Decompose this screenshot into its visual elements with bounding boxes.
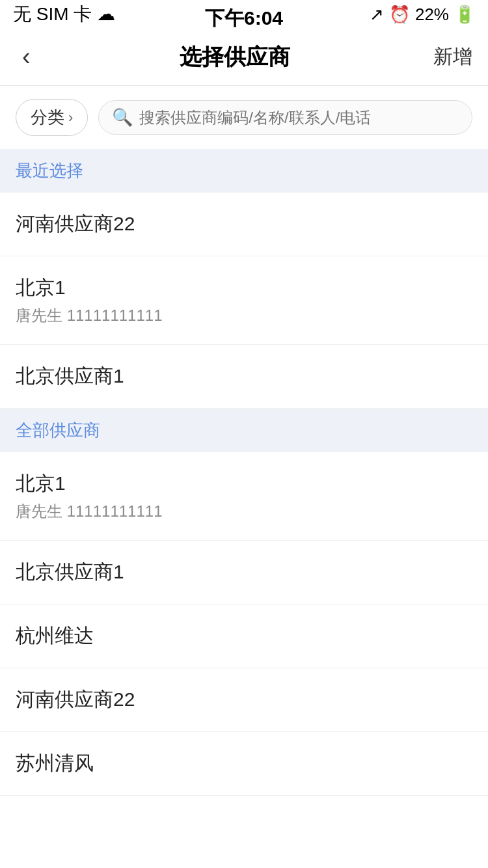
all-section-header: 全部供应商 — [0, 409, 488, 452]
back-button[interactable]: ‹ — [16, 36, 37, 77]
all-list: 北京1 唐先生 11111111111北京供应商1杭州维达河南供应商22苏州清风 — [0, 452, 488, 796]
item-name: 北京供应商1 — [16, 363, 472, 390]
alarm-icon: ⏰ — [389, 5, 410, 25]
location-icon: ↗ — [370, 5, 384, 25]
list-item[interactable]: 北京供应商1 — [0, 541, 488, 604]
status-left: 无 SIM 卡 ☁ — [13, 2, 115, 27]
search-icon: 🔍 — [112, 107, 133, 128]
status-time: 下午6:04 — [205, 5, 283, 32]
search-input[interactable] — [139, 109, 459, 127]
list-item[interactable]: 苏州清风 — [0, 732, 488, 796]
recent-list: 河南供应商22北京1 唐先生 11111111111北京供应商1 — [0, 193, 488, 409]
battery-status: 22% — [415, 5, 449, 25]
filter-bar: 分类 › 🔍 — [0, 86, 488, 149]
item-name: 北京1 — [16, 470, 472, 497]
list-item[interactable]: 河南供应商22 — [0, 193, 488, 256]
search-box[interactable]: 🔍 — [98, 100, 472, 135]
list-item[interactable]: 北京1 唐先生 11111111111 — [0, 452, 488, 541]
nav-bar: ‹ 选择供应商 新增 — [0, 29, 488, 86]
category-filter[interactable]: 分类 › — [16, 99, 88, 136]
sim-status: 无 SIM 卡 ☁ — [13, 2, 115, 27]
recent-section-label: 最近选择 — [16, 161, 83, 180]
list-item[interactable]: 河南供应商22 — [0, 668, 488, 732]
status-right: ↗ ⏰ 22% 🔋 — [370, 5, 475, 25]
item-name: 北京1 — [16, 275, 472, 301]
list-item[interactable]: 北京1 唐先生 11111111111 — [0, 256, 488, 345]
list-item[interactable]: 杭州维达 — [0, 604, 488, 668]
status-bar: 无 SIM 卡 ☁ 下午6:04 ↗ ⏰ 22% 🔋 — [0, 0, 488, 29]
category-label: 分类 — [31, 106, 64, 129]
item-name: 杭州维达 — [16, 623, 472, 649]
page-title: 选择供应商 — [180, 42, 290, 72]
item-name: 河南供应商22 — [16, 686, 472, 713]
all-section-label: 全部供应商 — [16, 420, 100, 440]
add-button[interactable]: 新增 — [433, 44, 472, 70]
item-contact: 唐先生 11111111111 — [16, 305, 472, 326]
recent-section-header: 最近选择 — [0, 149, 488, 193]
item-name: 北京供应商1 — [16, 559, 472, 586]
chevron-icon: › — [68, 109, 73, 126]
item-contact: 唐先生 11111111111 — [16, 501, 472, 522]
battery-icon: 🔋 — [454, 5, 475, 25]
list-item[interactable]: 北京供应商1 — [0, 345, 488, 409]
item-name: 苏州清风 — [16, 750, 472, 777]
item-name: 河南供应商22 — [16, 211, 472, 237]
